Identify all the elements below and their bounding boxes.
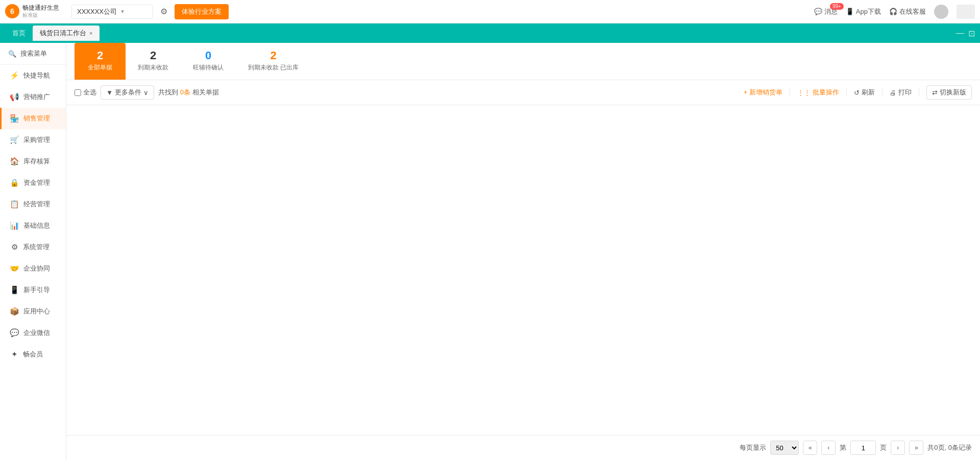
prev-page-btn[interactable]: ‹: [821, 441, 836, 455]
logo-sub: 标准版: [22, 12, 59, 19]
user-menu[interactable]: [957, 5, 975, 19]
first-page-icon: «: [808, 444, 812, 451]
divider-1: [790, 88, 790, 96]
divider-3: [882, 88, 883, 96]
trial-button[interactable]: 体验行业方案: [175, 4, 229, 19]
prev-page-icon: ‹: [827, 444, 829, 451]
sidebar-item-capital[interactable]: 🔒 资金管理: [0, 172, 66, 193]
sidebar-item-label: 库存核算: [23, 157, 50, 166]
tab-minimize-icon[interactable]: —: [956, 29, 964, 38]
app-icon: 📱: [846, 8, 854, 15]
sidebar-search[interactable]: 🔍 搜索菜单: [0, 43, 66, 65]
sidebar-item-sales[interactable]: 🏪 销售管理: [0, 108, 66, 129]
per-page-label: 每页显示: [740, 443, 766, 452]
sidebar-item-label: 销售管理: [23, 114, 50, 123]
tab-overdue-out[interactable]: 2 到期未收款 已出库: [236, 43, 311, 80]
sidebar-item-appcenter[interactable]: 📦 应用中心: [0, 301, 66, 322]
sidebar-item-quick-nav[interactable]: ⚡ 快捷导航: [0, 65, 66, 86]
tab-pending[interactable]: 0 旺辅待确认: [181, 43, 236, 80]
filter-label: 更多条件: [115, 88, 141, 97]
messages-badge: 99+: [830, 3, 844, 10]
tab-label: 钱货日清工作台: [40, 29, 86, 38]
logo-text: 畅捷通好生意: [22, 4, 59, 11]
add-button[interactable]: + 新增销货单: [744, 88, 782, 97]
first-page-btn[interactable]: «: [803, 441, 817, 455]
operations-icon: 📋: [10, 200, 19, 209]
avatar[interactable]: [934, 5, 948, 19]
summary-tabs: 2 全部单据 2 到期未收款 0 旺辅待确认 2 到期未收款 已出库: [66, 43, 980, 80]
sidebar-item-inventory[interactable]: 🏠 库存核算: [0, 151, 66, 172]
sidebar-item-label: 采购管理: [23, 135, 50, 144]
pagination: 每页显示 50 100 200 « ‹ 第 页 ›: [66, 435, 980, 460]
tab-overdue-num: 2: [150, 49, 156, 62]
sidebar-item-purchase[interactable]: 🛒 采购管理: [0, 129, 66, 151]
divider-4: [919, 88, 919, 96]
tab-all-num: 2: [97, 49, 103, 62]
last-page-btn[interactable]: »: [909, 441, 923, 455]
sidebar-item-member[interactable]: ✦ 畅会员: [0, 344, 66, 365]
tab-close-icon[interactable]: ×: [89, 30, 92, 36]
select-all-checkbox[interactable]: 全选: [75, 88, 96, 97]
tab-pending-num: 0: [205, 49, 211, 62]
enterprise-icon: 🤝: [10, 264, 19, 273]
sidebar-item-label: 营销推广: [23, 92, 50, 102]
page-size-select[interactable]: 50 100 200: [770, 441, 799, 455]
messages-button[interactable]: 💬 消息 99+: [814, 7, 838, 16]
refresh-button[interactable]: ↺ 刷新: [854, 88, 875, 97]
filter-button[interactable]: ▼ 更多条件 ∨: [101, 85, 154, 100]
logo-text-block: 畅捷通好生意 标准版: [22, 4, 59, 18]
sidebar-item-label: 资金管理: [23, 178, 50, 187]
batch-button[interactable]: ⋮⋮ 批量操作: [797, 88, 839, 97]
content-wrapper: 2 全部单据 2 到期未收款 0 旺辅待确认 2 到期未收款 已出库: [66, 43, 980, 460]
batch-icon: ⋮⋮: [797, 89, 811, 96]
sidebar-item-basic[interactable]: 📊 基础信息: [0, 215, 66, 236]
sidebar-item-beginner[interactable]: 📱 新手引导: [0, 279, 66, 301]
tab-home[interactable]: 首页: [5, 26, 33, 41]
print-button[interactable]: 🖨 打印: [890, 88, 912, 97]
toolbar-left: 全选 ▼ 更多条件 ∨ 共找到 0条 相关单据: [75, 85, 740, 100]
header-right: 💬 消息 99+ 📱 App下载 🎧 在线客服: [814, 5, 975, 19]
sidebar-item-marketing[interactable]: 📢 营销推广: [0, 86, 66, 108]
logo-icon: 6: [5, 4, 19, 18]
tab-overdue-unpaid[interactable]: 2 到期未收款: [126, 43, 181, 80]
sidebar-item-operations[interactable]: 📋 经营管理: [0, 193, 66, 215]
tab-restore-icon[interactable]: ⊡: [968, 29, 975, 38]
chevron-down-icon: ▼: [120, 9, 125, 14]
online-service-button[interactable]: 🎧 在线客服: [889, 7, 926, 16]
tab-qianhuoricheng[interactable]: 钱货日清工作台 ×: [33, 26, 100, 41]
sales-icon: 🏪: [10, 114, 19, 123]
tab-all-label: 全部单据: [88, 63, 112, 72]
total-text: 共0页, 0条记录: [927, 443, 972, 452]
last-page-icon: »: [915, 444, 918, 451]
sidebar-item-label: 快捷导航: [23, 71, 50, 80]
found-text: 共找到 0条 相关单据: [158, 88, 218, 97]
refresh-icon: ↺: [854, 89, 860, 96]
switch-button[interactable]: ⇄ 切换新版: [926, 85, 972, 100]
tab-all[interactable]: 2 全部单据: [75, 43, 126, 80]
toolbar-right: + 新增销货单 ⋮⋮ 批量操作 ↺ 刷新 🖨 打印: [744, 85, 972, 100]
content-area: 2 全部单据 2 到期未收款 0 旺辅待确认 2 到期未收款 已出库: [66, 43, 980, 460]
sidebar-item-enterprise[interactable]: 🤝 企业协同: [0, 258, 66, 279]
wechat-icon: 💬: [10, 328, 19, 337]
header: 6 畅捷通好生意 标准版 XXXXXX公司 ▼ ⚙ 体验行业方案 💬 消息 99…: [0, 0, 980, 23]
app-download-button[interactable]: 📱 App下载: [846, 7, 881, 16]
appcenter-icon: 📦: [10, 307, 19, 316]
sidebar-item-label: 畅会员: [23, 350, 43, 359]
page-suffix: 页: [880, 443, 887, 452]
purchase-icon: 🛒: [10, 135, 19, 144]
sidebar-item-wechat[interactable]: 💬 企业微信: [0, 322, 66, 344]
company-selector[interactable]: XXXXXX公司 ▼: [71, 5, 153, 19]
select-all-input[interactable]: [75, 89, 81, 96]
toolbar: 全选 ▼ 更多条件 ∨ 共找到 0条 相关单据 + 新增销货单: [66, 80, 980, 105]
inventory-icon: 🏠: [10, 157, 19, 166]
search-icon: 🔍: [8, 50, 16, 58]
search-label: 搜索菜单: [20, 49, 47, 58]
next-page-btn[interactable]: ›: [891, 441, 905, 455]
page-input[interactable]: [850, 441, 876, 455]
tab-overdue-label: 到期未收款: [138, 63, 168, 72]
settings-icon[interactable]: ⚙: [158, 5, 169, 18]
sidebar-item-label: 企业协同: [23, 264, 50, 273]
online-service-label: 在线客服: [899, 7, 926, 16]
print-icon: 🖨: [890, 89, 896, 96]
sidebar-item-system[interactable]: ⚙ 系统管理: [0, 236, 66, 258]
